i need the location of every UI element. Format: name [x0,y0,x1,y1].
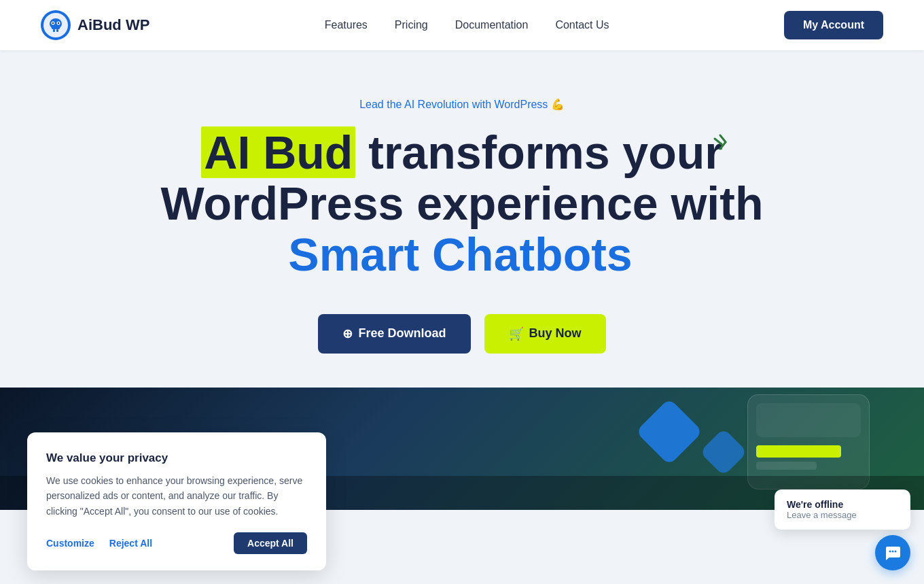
wp-icon: ⊕ [342,326,353,341]
my-account-button[interactable]: My Account [784,11,883,39]
cookie-banner: We value your privacy We use cookies to … [27,432,326,510]
nav-pricing[interactable]: Pricing [395,19,428,31]
svg-rect-8 [53,29,55,32]
hero-section: Lead the AI Revolution with WordPress 💪 … [0,50,924,388]
svg-point-5 [52,22,54,24]
hero-title-line2: WordPress experience with [14,178,910,229]
navbar: AiBud WP Features Pricing Documentation … [0,0,924,50]
logo[interactable]: AiBud WP [41,10,149,40]
hero-title-line1: AI Bud transforms your [14,127,910,178]
chat-popup: We're offline Leave a message [775,489,910,510]
cookie-text: We use cookies to enhance your browsing … [46,473,307,510]
chat-status: We're offline [787,499,898,510]
free-download-button[interactable]: ⊕ Free Download [318,314,470,354]
hero-title-line3: Smart Chatbots [14,229,910,280]
cookie-title: We value your privacy [46,451,307,465]
device-mockup [747,394,870,489]
spark-icon [707,132,734,159]
nav-links: Features Pricing Documentation Contact U… [325,19,609,31]
hero-title: AI Bud transforms your WordPress experie… [14,127,910,280]
buy-now-button[interactable]: 🛒 Buy Now [484,314,606,354]
svg-line-10 [720,135,726,142]
cart-icon: 🛒 [509,326,524,341]
svg-line-12 [715,139,722,144]
hero-highlight: AI Bud [201,126,355,178]
nav-features[interactable]: Features [325,19,368,31]
logo-icon [41,10,71,40]
svg-rect-9 [56,29,58,32]
nav-contact[interactable]: Contact Us [555,19,609,31]
diamond-shape-1 [636,398,703,465]
logo-text: AiBud WP [77,16,149,34]
svg-rect-7 [52,27,60,29]
chat-widget: We're offline Leave a message [775,489,910,510]
hero-buttons: ⊕ Free Download 🛒 Buy Now [14,314,910,354]
hero-tag: Lead the AI Revolution with WordPress 💪 [359,98,565,111]
svg-point-6 [58,22,59,24]
diamond-shape-2 [700,428,748,476]
hero-typed-text: Smart Chatbots [14,229,910,280]
nav-documentation[interactable]: Documentation [455,19,529,31]
